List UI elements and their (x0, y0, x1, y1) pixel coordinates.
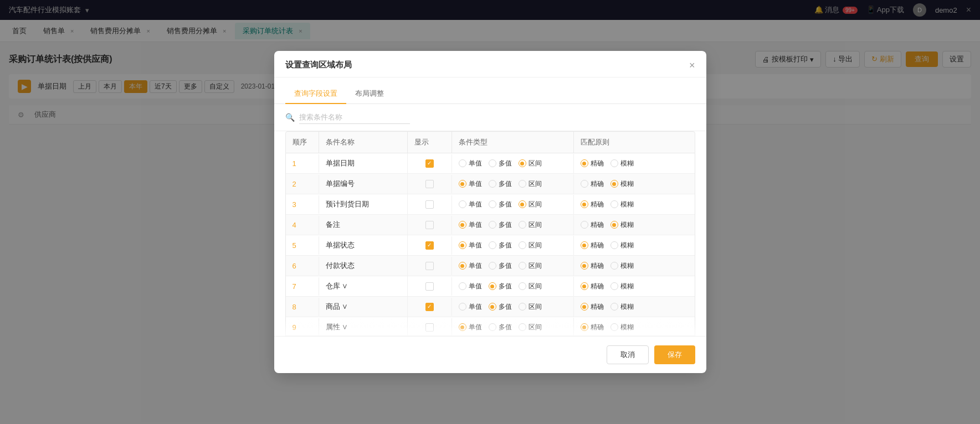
row-order: 2 (286, 175, 319, 193)
radio-exact[interactable]: 精确 (581, 241, 604, 250)
table-row: 2单据编号 单值 多值 区间 精确 模糊 (286, 174, 695, 194)
radio-single[interactable]: 单值 (459, 261, 482, 271)
row-condition-type: 单值 多值 区间 (452, 174, 574, 194)
row-display-checkbox[interactable] (408, 195, 452, 214)
radio-single[interactable]: 单值 (459, 179, 482, 189)
row-order: 6 (286, 257, 319, 275)
th-condition-type: 条件类型 (452, 132, 574, 153)
radio-multi[interactable]: 多值 (489, 323, 512, 332)
radio-fuzzy[interactable]: 模糊 (610, 241, 634, 250)
modal-overlay: 设置查询区域布局 × 查询字段设置 布局调整 🔍 顺序 条件名称 显示 条件类型 (0, 0, 980, 424)
radio-fuzzy[interactable]: 模糊 (610, 282, 634, 291)
radio-range[interactable]: 区间 (519, 200, 542, 209)
row-display-checkbox[interactable] (408, 175, 452, 193)
radio-fuzzy[interactable]: 模糊 (610, 323, 634, 332)
row-order: 9 (286, 318, 319, 337)
radio-exact[interactable]: 精确 (581, 302, 604, 312)
row-display-checkbox[interactable] (408, 236, 452, 255)
row-display-checkbox[interactable] (408, 318, 452, 337)
row-name: 付款状态 (319, 256, 408, 276)
row-condition-type: 单值 多值 区间 (452, 215, 574, 235)
radio-multi[interactable]: 多值 (489, 282, 512, 291)
radio-multi[interactable]: 多值 (489, 241, 512, 250)
modal-close-button[interactable]: × (689, 60, 695, 70)
row-name: 仓库 ∨ (319, 276, 408, 296)
radio-multi[interactable]: 多值 (489, 159, 512, 168)
radio-exact[interactable]: 精确 (581, 261, 604, 271)
radio-range[interactable]: 区间 (519, 261, 542, 271)
radio-exact[interactable]: 精确 (581, 179, 604, 189)
cancel-button[interactable]: 取消 (607, 345, 649, 364)
row-display-checkbox[interactable] (408, 257, 452, 275)
radio-fuzzy[interactable]: 模糊 (610, 179, 634, 189)
modal-dialog: 设置查询区域布局 × 查询字段设置 布局调整 🔍 顺序 条件名称 显示 条件类型 (274, 51, 706, 373)
radio-range[interactable]: 区间 (519, 282, 542, 291)
modal-tab-layout[interactable]: 布局调整 (346, 84, 393, 104)
modal-table-body-wrap: 1单据日期 单值 多值 区间 精确 模糊 2单 (285, 153, 695, 336)
radio-fuzzy[interactable]: 模糊 (610, 159, 634, 168)
radio-exact[interactable]: 精确 (581, 282, 604, 291)
radio-multi[interactable]: 多值 (489, 220, 512, 230)
radio-multi[interactable]: 多值 (489, 302, 512, 312)
row-name: 单据日期 (319, 153, 408, 173)
row-condition-type: 单值 多值 区间 (452, 256, 574, 276)
radio-exact[interactable]: 精确 (581, 159, 604, 168)
radio-range[interactable]: 区间 (519, 179, 542, 189)
radio-range[interactable]: 区间 (519, 323, 542, 332)
radio-single[interactable]: 单值 (459, 241, 482, 250)
table-row: 5单据状态 单值 多值 区间 精确 模糊 (286, 235, 695, 256)
radio-single[interactable]: 单值 (459, 200, 482, 209)
table-row: 1单据日期 单值 多值 区间 精确 模糊 (286, 153, 695, 174)
radio-multi[interactable]: 多值 (489, 261, 512, 271)
row-display-checkbox[interactable] (408, 277, 452, 296)
th-match-rule: 匹配原则 (574, 132, 685, 153)
th-order: 顺序 (286, 132, 319, 153)
save-button[interactable]: 保存 (654, 345, 695, 364)
radio-fuzzy[interactable]: 模糊 (610, 220, 634, 230)
radio-single[interactable]: 单值 (459, 159, 482, 168)
row-name: 商品 ∨ (319, 297, 408, 317)
row-name: 单据状态 (319, 235, 408, 255)
row-display-checkbox[interactable] (408, 298, 452, 316)
row-order: 5 (286, 236, 319, 255)
row-order: 3 (286, 195, 319, 214)
row-match-rule: 精确 模糊 (574, 154, 685, 173)
radio-fuzzy[interactable]: 模糊 (610, 200, 634, 209)
row-order: 1 (286, 154, 319, 173)
row-name: 备注 (319, 215, 408, 235)
row-display-checkbox[interactable] (408, 216, 452, 234)
radio-single[interactable]: 单值 (459, 323, 482, 332)
modal-tab-query-fields[interactable]: 查询字段设置 (285, 84, 346, 104)
row-condition-type: 单值 多值 区间 (452, 277, 574, 296)
row-match-rule: 精确 模糊 (574, 318, 685, 337)
row-match-rule: 精确 模糊 (574, 297, 685, 317)
row-name: 属性 ∨ (319, 317, 408, 336)
table-row: 6付款状态 单值 多值 区间 精确 模糊 (286, 256, 695, 276)
radio-multi[interactable]: 多值 (489, 200, 512, 209)
radio-fuzzy[interactable]: 模糊 (610, 261, 634, 271)
row-match-rule: 精确 模糊 (574, 195, 685, 214)
radio-range[interactable]: 区间 (519, 302, 542, 312)
th-name: 条件名称 (319, 132, 408, 153)
radio-single[interactable]: 单值 (459, 302, 482, 312)
radio-fuzzy[interactable]: 模糊 (610, 302, 634, 312)
radio-range[interactable]: 区间 (519, 241, 542, 250)
radio-multi[interactable]: 多值 (489, 179, 512, 189)
radio-exact[interactable]: 精确 (581, 200, 604, 209)
search-input[interactable] (299, 111, 410, 124)
modal-footer: 取消 保存 (274, 336, 706, 373)
row-display-checkbox[interactable] (408, 154, 452, 173)
row-match-rule: 精确 模糊 (574, 277, 685, 296)
radio-single[interactable]: 单值 (459, 282, 482, 291)
radio-range[interactable]: 区间 (519, 159, 542, 168)
modal-tabs: 查询字段设置 布局调整 (274, 77, 706, 104)
modal-search-area: 🔍 (274, 104, 706, 131)
row-condition-type: 单值 多值 区间 (452, 154, 574, 173)
row-match-rule: 精确 模糊 (574, 256, 685, 276)
radio-exact[interactable]: 精确 (581, 220, 604, 230)
radio-exact[interactable]: 精确 (581, 323, 604, 332)
table-row: 4备注 单值 多值 区间 精确 模糊 (286, 215, 695, 235)
radio-range[interactable]: 区间 (519, 220, 542, 230)
radio-single[interactable]: 单值 (459, 220, 482, 230)
th-display: 显示 (408, 132, 452, 153)
